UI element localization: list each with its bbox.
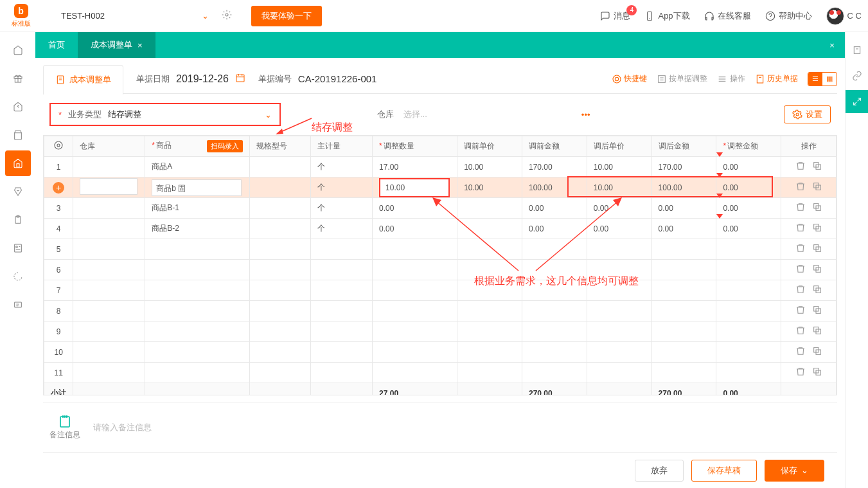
app-download-link[interactable]: App下载 <box>644 10 689 22</box>
tab-bar-close[interactable]: × <box>819 32 845 58</box>
table-row[interactable]: 10 <box>44 342 837 363</box>
wh-placeholder: 选择... <box>403 109 427 120</box>
remarks-section: 备注信息 请输入备注信息 <box>43 402 837 452</box>
customer-service-link[interactable]: 在线客服 <box>704 10 751 22</box>
tab-home[interactable]: 首页 <box>35 32 78 58</box>
delete-icon[interactable] <box>795 161 806 173</box>
copy-icon[interactable] <box>812 222 822 235</box>
grid-view-icon[interactable]: ▦ <box>822 73 837 86</box>
copy-icon[interactable] <box>812 161 822 173</box>
account-name: TEST-H002 <box>61 11 105 21</box>
table-row[interactable]: 5 <box>44 239 837 260</box>
left-nav: 新 <box>0 32 35 488</box>
delete-icon[interactable] <box>795 202 806 214</box>
chevron-down-icon: ⌄ <box>265 110 272 120</box>
discard-button[interactable]: 放弃 <box>635 460 684 482</box>
delete-icon[interactable] <box>795 222 806 235</box>
filters: * 业务类型 结存调整 ⌄ 仓库 选择... ••• 设置 结存调整 <box>43 94 837 135</box>
svg-rect-28 <box>659 75 666 82</box>
user-menu[interactable]: C C <box>826 7 862 25</box>
goods-input[interactable]: 商品b 固 <box>152 179 242 196</box>
svg-point-3 <box>766 12 774 20</box>
top-bar: b 标准版 TEST-H002 ⌄ 我要体验一下 消息 4 App下载 在线客服… <box>0 0 868 32</box>
delete-icon[interactable] <box>795 366 806 379</box>
nav-bag-icon[interactable] <box>5 122 31 148</box>
delete-icon[interactable] <box>795 181 806 194</box>
account-select[interactable]: TEST-H002 ⌄ <box>55 6 215 26</box>
remarks-input[interactable]: 请输入备注信息 <box>93 422 152 433</box>
nav-gift-icon[interactable] <box>5 66 31 91</box>
warehouse-input[interactable] <box>80 178 137 195</box>
business-type-select[interactable]: * 业务类型 结存调整 ⌄ <box>49 103 281 126</box>
date-value[interactable]: 2019-12-26 <box>176 73 229 85</box>
copy-icon[interactable] <box>812 243 822 255</box>
data-table: 仓库 *商品扫码录入 规格型号 主计量 *调整数量 调前单价 调前金额 调后单价… <box>44 136 837 395</box>
delete-icon[interactable] <box>795 305 806 317</box>
history-link[interactable]: 历史单据 <box>755 73 798 84</box>
col-qty: *调整数量 <box>373 136 457 157</box>
table-row[interactable]: 4商品B-2个0.000.000.000.000.00 <box>44 219 837 239</box>
table-row[interactable]: 7 <box>44 280 837 301</box>
delete-icon[interactable] <box>795 325 806 338</box>
col-actions: 操作 <box>781 136 837 157</box>
table-row[interactable]: 9 <box>44 321 837 342</box>
avatar <box>826 7 844 25</box>
copy-icon[interactable] <box>812 366 822 379</box>
copy-icon[interactable] <box>812 305 822 317</box>
warehouse-select[interactable]: 仓库 选择... <box>377 109 427 120</box>
biz-value: 结存调整 <box>108 109 141 120</box>
tab-cost-adjust[interactable]: 成本调整单 × <box>78 32 155 58</box>
dock-expand-icon[interactable] <box>846 90 869 113</box>
copy-icon[interactable] <box>812 346 822 358</box>
scan-button[interactable]: 扫码录入 <box>207 140 243 152</box>
svg-rect-9 <box>17 164 19 167</box>
more-icon[interactable]: ••• <box>581 110 590 120</box>
delete-icon[interactable] <box>795 346 806 358</box>
list-view-icon[interactable]: ☰ <box>808 73 822 86</box>
gear-icon[interactable] <box>222 10 232 22</box>
qty-input[interactable]: 10.00 <box>379 178 450 197</box>
app-label: App下载 <box>658 10 689 22</box>
messages-link[interactable]: 消息 4 <box>600 10 630 22</box>
copy-icon[interactable] <box>812 264 822 276</box>
save-draft-button[interactable]: 保存草稿 <box>691 460 757 482</box>
table-row[interactable]: 6 <box>44 260 837 280</box>
chevron-down-icon: ⌄ <box>202 11 209 21</box>
dock-note-icon[interactable] <box>846 39 869 62</box>
delete-icon[interactable] <box>795 284 806 296</box>
col-settings[interactable] <box>44 136 73 157</box>
nav-return-icon[interactable] <box>5 94 31 120</box>
copy-icon[interactable] <box>812 284 822 296</box>
nav-home-icon[interactable] <box>5 37 31 63</box>
delete-icon[interactable] <box>795 264 806 276</box>
nav-report-icon[interactable] <box>5 235 31 261</box>
copy-icon[interactable] <box>812 325 822 338</box>
by-order-link[interactable]: 按单据调整 <box>657 73 707 84</box>
ops-link[interactable]: 操作 <box>717 73 745 84</box>
help-link[interactable]: 帮助中心 <box>765 10 812 22</box>
close-icon[interactable]: × <box>137 41 143 50</box>
nav-clipboard-icon[interactable] <box>5 207 31 233</box>
save-button[interactable]: 保存 ⌄ <box>765 460 824 482</box>
dock-link-icon[interactable] <box>846 64 869 87</box>
copy-icon[interactable] <box>812 181 822 194</box>
nav-sync-icon[interactable] <box>5 264 31 289</box>
delete-icon[interactable] <box>795 243 806 255</box>
settings-button[interactable]: 设置 <box>784 105 831 123</box>
nav-new-icon[interactable]: 新 <box>5 292 31 318</box>
view-toggle[interactable]: ☰ ▦ <box>808 72 837 86</box>
svg-point-27 <box>615 77 618 80</box>
nav-inventory-icon[interactable] <box>5 150 31 176</box>
trial-button[interactable]: 我要体验一下 <box>251 6 322 26</box>
calendar-icon[interactable] <box>235 73 245 85</box>
table-row[interactable]: 8 <box>44 301 837 321</box>
svg-rect-67 <box>60 417 69 427</box>
table-row[interactable]: 11 <box>44 363 837 383</box>
col-goods: *商品扫码录入 <box>145 136 249 157</box>
add-row-icon[interactable]: + <box>53 182 64 194</box>
doc-tab[interactable]: 成本调整单 <box>43 65 123 95</box>
svg-point-39 <box>57 144 60 147</box>
copy-icon[interactable] <box>812 202 822 214</box>
nav-money-icon[interactable] <box>5 179 31 204</box>
shortcut-link[interactable]: 快捷键 <box>612 73 647 84</box>
